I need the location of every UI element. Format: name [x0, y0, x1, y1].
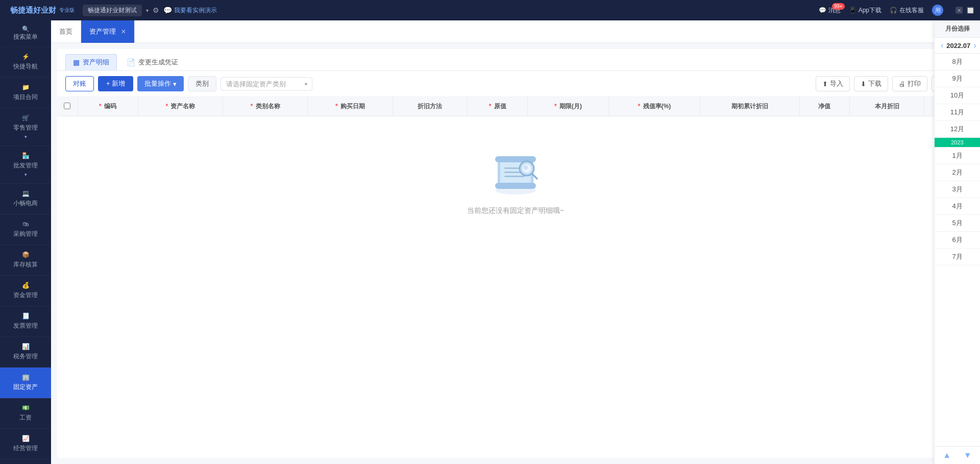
month-item-5[interactable]: 5月 [935, 215, 980, 232]
sidebar-item-purchase[interactable]: 🛍 采购管理 [0, 214, 51, 245]
print-button[interactable]: 🖨 打印 [892, 76, 927, 91]
sidebar-item-tax[interactable]: 📊 税务管理 [0, 337, 51, 368]
fund-icon: 💰 [22, 282, 30, 289]
col-name: * 资产名称 [138, 97, 223, 116]
sidebar-item-invoice[interactable]: 🧾 发票管理 [0, 306, 51, 337]
maximize-window-button[interactable]: ⬜ [967, 7, 974, 14]
window-controls: ✕ ⬜ [955, 7, 974, 14]
invoice-icon: 🧾 [22, 312, 30, 320]
tax-icon: 📊 [22, 343, 30, 350]
month-item-1[interactable]: 1月 [935, 148, 980, 164]
table-container: * 编码 * 资产名称 * 类别名称 [57, 97, 974, 458]
reconcile-button[interactable]: 对账 [65, 76, 94, 91]
month-item-8[interactable]: 8月 [935, 54, 980, 70]
top-bar-right: 💬 消息 99+ 📱 App下载 🎧 在线客服 用 ✕ ⬜ [819, 5, 974, 16]
company-dropdown-arrow[interactable]: ▾ [146, 8, 149, 13]
settings-icon[interactable]: ⚙ [153, 6, 159, 14]
month-item-10[interactable]: 10月 [935, 87, 980, 104]
svg-rect-4 [495, 183, 536, 189]
month-picker-list: 8月 9月 10月 11月 12月 2023 1月 2月 3月 4月 5月 6月… [935, 54, 980, 446]
import-button[interactable]: ⬆ 导入 [816, 76, 850, 91]
col-depreciation-method: 折旧方法 [393, 97, 467, 116]
add-button[interactable]: + 新增 [98, 76, 133, 91]
search-icon: 🔍 [22, 26, 30, 33]
operations-icon: 📈 [22, 435, 30, 442]
month-picker-header: 月份选择 [935, 20, 980, 38]
col-period: * 期限(月) [528, 97, 608, 116]
prev-year-arrow[interactable]: ‹ [938, 40, 946, 51]
month-item-4[interactable]: 4月 [935, 198, 980, 215]
col-checkbox [57, 97, 78, 116]
select-all-checkbox[interactable] [64, 103, 70, 109]
download-icon: ⬇ [861, 80, 866, 88]
message-button[interactable]: 💬 消息 99+ [819, 6, 841, 15]
sidebar-search-label: 搜索菜单 [4, 33, 47, 41]
scroll-down-arrow[interactable]: ▼ [961, 450, 975, 461]
sidebar-item-retail[interactable]: 🛒 零售管理 ▾ [0, 108, 51, 146]
assets-table: * 编码 * 资产名称 * 类别名称 [57, 97, 974, 116]
sidebar-item-label: 税务管理 [13, 352, 38, 361]
tab-assets[interactable]: 资产管理 ✕ [81, 20, 135, 43]
project-icon: 📁 [22, 84, 30, 91]
sidebar-item-label: 工资 [19, 413, 32, 422]
month-item-11[interactable]: 11月 [935, 104, 980, 121]
tab-home[interactable]: 首页 [51, 20, 81, 43]
sidebar-item-quick-nav[interactable]: ⚡ 快捷导航 [0, 47, 51, 78]
sidebar-item-operations[interactable]: 📈 经营管理 [0, 429, 51, 459]
category-label: 类别 [188, 76, 216, 91]
sub-tab-voucher[interactable]: 📄 变更生成凭证 [119, 54, 186, 70]
sidebar-item-label: 发票管理 [13, 322, 38, 330]
app-download-button[interactable]: 📱 App下载 [849, 6, 881, 15]
month-item-9[interactable]: 9月 [935, 70, 980, 87]
sidebar-item-label: 项目合同 [13, 93, 38, 102]
col-accumulated-depreciation: 期初累计折旧 [700, 97, 799, 116]
quick-nav-icon: ⚡ [22, 53, 30, 60]
demo-link[interactable]: 💬 我要看实例演示 [163, 6, 217, 15]
sidebar-item-ecommerce[interactable]: 💻 小畅电商 [0, 184, 51, 214]
year-2023-badge: 2023 [935, 138, 980, 148]
sidebar-item-payroll[interactable]: 💵 工资 [0, 398, 51, 429]
table-header-row: * 编码 * 资产名称 * 类别名称 [57, 97, 974, 116]
month-item-3[interactable]: 3月 [935, 181, 980, 198]
detail-tab-icon: ▦ [73, 58, 80, 66]
sidebar-item-label: 采购管理 [13, 230, 38, 238]
batch-operation-button[interactable]: 批量操作 ▾ [137, 76, 184, 91]
sidebar-item-fund[interactable]: 💰 资金管理 [0, 276, 51, 306]
voucher-tab-icon: 📄 [127, 58, 135, 66]
sidebar-item-label: 小畅电商 [13, 199, 38, 208]
month-item-7[interactable]: 7月 [935, 249, 980, 265]
message-icon: 💬 [819, 7, 826, 14]
category-select-wrapper: 请选择固定资产类别 ▾ [220, 77, 312, 91]
next-year-arrow[interactable]: › [970, 40, 979, 51]
company-selector[interactable]: 畅捷通好业财测试 [83, 5, 142, 16]
month-item-6[interactable]: 6月 [935, 232, 980, 249]
empty-illustration [485, 147, 546, 198]
online-service-button[interactable]: 🎧 在线客服 [890, 6, 924, 15]
category-select[interactable]: 请选择固定资产类别 [220, 77, 312, 91]
empty-state: 当前您还没有固定资产明细哦~ [57, 116, 974, 246]
print-icon: 🖨 [899, 80, 905, 88]
tab-label: 资产管理 [89, 27, 116, 36]
import-icon: ⬆ [822, 80, 828, 88]
sidebar-item-wholesale[interactable]: 🏪 批发管理 ▾ [0, 146, 51, 184]
sidebar-item-label: 库存核算 [13, 260, 38, 269]
sidebar-item-ledger[interactable]: 📒 总账管理 [0, 459, 51, 464]
sub-tab-detail[interactable]: ▦ 资产明细 [65, 54, 117, 70]
user-avatar[interactable]: 用 [932, 5, 943, 16]
ecommerce-icon: 💻 [22, 190, 30, 197]
sidebar-item-assets[interactable]: 🏢 固定资产 [0, 368, 51, 398]
tab-close-icon[interactable]: ✕ [121, 28, 126, 35]
top-bar: 畅捷通好业财 专业版 畅捷通好业财测试 ▾ ⚙ 💬 我要看实例演示 💬 消息 9… [0, 0, 980, 20]
sidebar-search-menu[interactable]: 🔍 搜索菜单 [0, 20, 51, 47]
sidebar-item-inventory[interactable]: 📦 库存核算 [0, 245, 51, 276]
month-item-12[interactable]: 12月 [935, 121, 980, 138]
scroll-up-arrow[interactable]: ▲ [940, 450, 954, 461]
close-window-button[interactable]: ✕ [955, 7, 963, 14]
batch-arrow-icon: ▾ [173, 80, 177, 88]
col-original-value: * 原值 [468, 97, 528, 116]
month-picker-panel: 月份选择 ‹ 2022.07 › 8月 9月 10月 11月 12月 2023 … [934, 20, 980, 464]
col-category: * 类别名称 [223, 97, 308, 116]
month-item-2[interactable]: 2月 [935, 164, 980, 181]
download-button[interactable]: ⬇ 下载 [854, 76, 888, 91]
sidebar-item-project[interactable]: 📁 项目合同 [0, 78, 51, 108]
